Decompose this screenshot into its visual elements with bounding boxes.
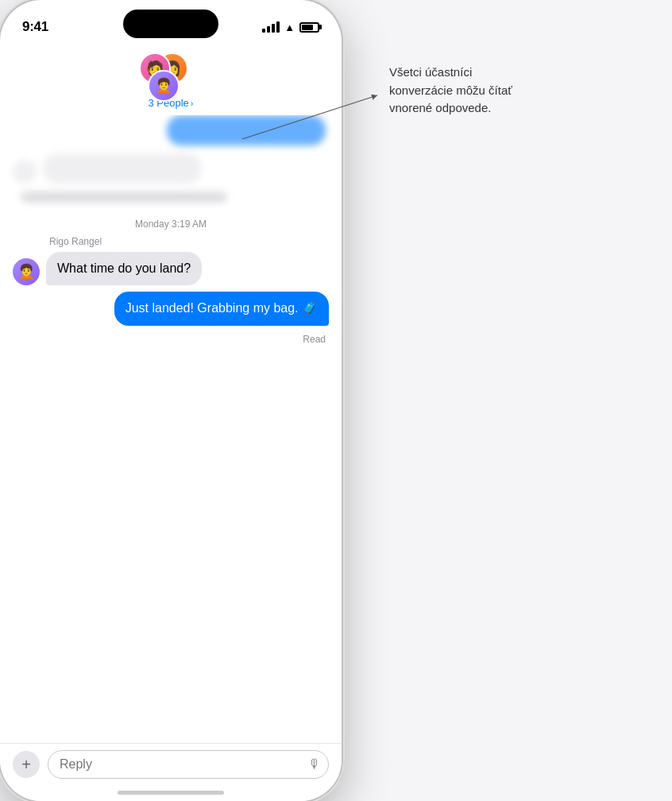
dynamic-island [123, 10, 218, 38]
annotation-line1: Všetci účastníci [389, 65, 472, 79]
blurred-messages [13, 115, 329, 203]
bar4 [276, 21, 280, 33]
blur-bubble-1 [167, 115, 326, 145]
outer-wrapper: 9:41 ▲ 🧑 [0, 0, 672, 801]
bar2 [267, 26, 270, 33]
blur-avatar-1 [13, 160, 37, 184]
battery-fill [302, 25, 313, 30]
read-receipt: Read [13, 334, 326, 345]
battery-icon [299, 22, 319, 33]
bubble-sent[interactable]: Just landed! Grabbing my bag. 🧳 [114, 292, 329, 325]
mic-icon[interactable]: 🎙 [308, 757, 321, 772]
chevron-right-icon: › [191, 99, 194, 108]
timestamp: Monday 3:19 AM [13, 219, 329, 230]
signal-bars-icon [262, 21, 280, 33]
status-icons: ▲ [262, 21, 319, 33]
avatar-3: 🧑‍🦱 [148, 70, 180, 102]
plus-button[interactable]: + [13, 751, 40, 778]
phone-content: 9:41 ▲ 🧑 [0, 0, 342, 801]
blur-bubble-2 [43, 153, 202, 184]
annotation-line2: konverzácie môžu čítať [389, 83, 512, 97]
reply-input-wrapper: 🎙 [48, 750, 329, 779]
bar1 [262, 29, 265, 33]
blur-text-1 [21, 192, 227, 203]
rigo-avatar: 🧑‍🦱 [13, 258, 40, 285]
message-row-received: 🧑‍🦱 What time do you land? [13, 252, 329, 285]
phone-frame: 9:41 ▲ 🧑 [0, 0, 342, 801]
spacer [0, 429, 342, 743]
message-row-sent: Just landed! Grabbing my bag. 🧳 [13, 292, 329, 325]
conversation-header[interactable]: 🧑 👩 🧑‍🦱 3 People › [0, 43, 342, 115]
annotation-line3: vnorené odpovede. [389, 101, 491, 114]
annotation-text: Všetci účastníci konverzácie môžu čítať … [389, 64, 512, 118]
home-indicator [118, 791, 224, 795]
chat-area: Monday 3:19 AM Rigo Rangel 🧑‍🦱 What time… [0, 115, 342, 429]
blur-row-1 [13, 153, 329, 184]
bubble-received[interactable]: What time do you land? [46, 252, 202, 285]
bar3 [272, 24, 275, 33]
sender-name: Rigo Rangel [49, 236, 329, 247]
avatar-group[interactable]: 🧑 👩 🧑‍🦱 [139, 52, 203, 94]
status-time: 9:41 [22, 19, 48, 35]
avatar-3-face: 🧑‍🦱 [149, 72, 178, 100]
reply-input[interactable] [48, 750, 329, 779]
wifi-icon: ▲ [284, 21, 295, 33]
